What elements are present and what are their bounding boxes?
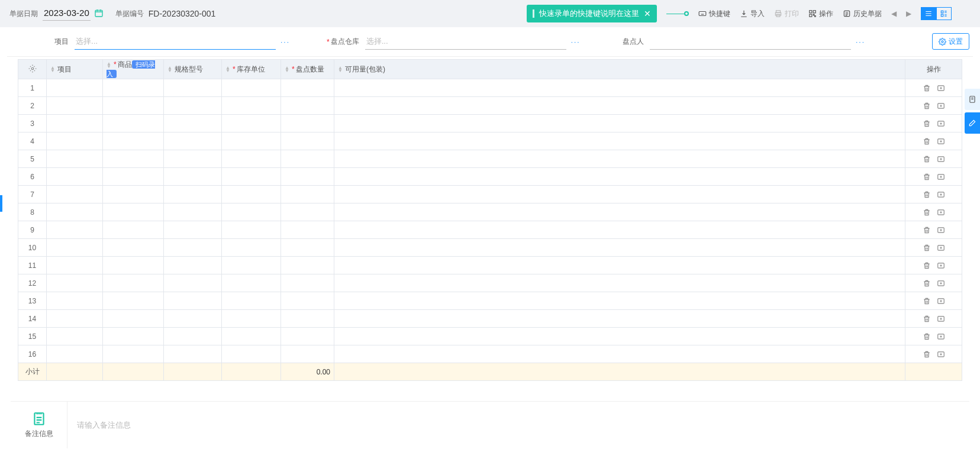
cell-unit[interactable]	[222, 97, 281, 115]
cell-avail[interactable]	[334, 221, 905, 239]
prev-icon[interactable]: ◀	[891, 9, 897, 18]
cell-spec[interactable]	[164, 274, 222, 292]
cell-qty[interactable]	[281, 328, 334, 345]
cell-unit[interactable]	[222, 257, 281, 274]
delete-icon[interactable]	[923, 279, 931, 287]
cell-product[interactable]	[103, 257, 164, 274]
cell-unit[interactable]	[222, 274, 281, 292]
import-button[interactable]: 导入	[740, 9, 765, 19]
cell-project[interactable]	[47, 292, 103, 310]
add-row-icon[interactable]	[937, 297, 945, 305]
cell-product[interactable]	[103, 186, 164, 203]
delete-icon[interactable]	[923, 350, 931, 358]
cell-product[interactable]	[103, 203, 164, 221]
cell-avail[interactable]	[334, 310, 905, 328]
right-tab-draft[interactable]	[965, 89, 980, 110]
cell-qty[interactable]	[281, 203, 334, 221]
add-row-icon[interactable]	[937, 173, 945, 181]
close-icon[interactable]: ✕	[644, 9, 651, 18]
cell-unit[interactable]	[222, 292, 281, 310]
cell-product[interactable]	[103, 310, 164, 328]
add-row-icon[interactable]	[937, 332, 945, 341]
cell-unit[interactable]	[222, 168, 281, 186]
cell-project[interactable]	[47, 239, 103, 257]
header-unit[interactable]: ▲▼*库存单位	[222, 60, 281, 79]
cell-qty[interactable]	[281, 97, 334, 115]
cell-product[interactable]	[103, 97, 164, 115]
cell-spec[interactable]	[164, 97, 222, 115]
cell-avail[interactable]	[334, 274, 905, 292]
cell-qty[interactable]	[281, 115, 334, 132]
cell-spec[interactable]	[164, 150, 222, 168]
table-row[interactable]: 6	[18, 168, 962, 186]
cell-unit[interactable]	[222, 239, 281, 257]
delete-icon[interactable]	[923, 190, 931, 199]
cell-qty[interactable]	[281, 186, 334, 203]
cell-avail[interactable]	[334, 292, 905, 310]
cell-project[interactable]	[47, 257, 103, 274]
cell-product[interactable]	[103, 274, 164, 292]
cell-spec[interactable]	[164, 79, 222, 97]
header-project[interactable]: ▲▼项目	[47, 60, 103, 79]
cell-qty[interactable]	[281, 345, 334, 363]
table-row[interactable]: 9	[18, 221, 962, 239]
cell-qty[interactable]	[281, 150, 334, 168]
cell-avail[interactable]	[334, 115, 905, 132]
more-icon[interactable]: ···	[571, 38, 581, 46]
table-row[interactable]: 15	[18, 328, 962, 345]
cell-product[interactable]	[103, 292, 164, 310]
cell-project[interactable]	[47, 79, 103, 97]
cell-project[interactable]	[47, 132, 103, 150]
add-row-icon[interactable]	[937, 208, 945, 216]
shortcut-button[interactable]: 快捷键	[698, 9, 730, 19]
delete-icon[interactable]	[923, 84, 931, 92]
cell-qty[interactable]	[281, 274, 334, 292]
delete-icon[interactable]	[923, 332, 931, 341]
cell-spec[interactable]	[164, 239, 222, 257]
table-row[interactable]: 12	[18, 274, 962, 292]
header-spec[interactable]: ▲▼规格型号	[164, 60, 222, 79]
cell-product[interactable]	[103, 79, 164, 97]
cell-product[interactable]	[103, 150, 164, 168]
cell-spec[interactable]	[164, 257, 222, 274]
view-grid-button[interactable]	[936, 7, 952, 20]
cell-avail[interactable]	[334, 328, 905, 345]
table-row[interactable]: 4	[18, 132, 962, 150]
cell-spec[interactable]	[164, 203, 222, 221]
header-product[interactable]: ▲▼*商品扫码录入	[103, 60, 164, 79]
date-value[interactable]: 2023-03-20	[43, 7, 91, 21]
cell-unit[interactable]	[222, 310, 281, 328]
cell-avail[interactable]	[334, 132, 905, 150]
cell-unit[interactable]	[222, 79, 281, 97]
more-icon[interactable]: ···	[856, 38, 865, 46]
cell-product[interactable]	[103, 132, 164, 150]
cell-unit[interactable]	[222, 203, 281, 221]
cell-qty[interactable]	[281, 168, 334, 186]
table-row[interactable]: 16	[18, 345, 962, 363]
cell-product[interactable]	[103, 239, 164, 257]
add-row-icon[interactable]	[937, 119, 945, 128]
cell-unit[interactable]	[222, 186, 281, 203]
header-qty[interactable]: ▲▼*盘点数量	[281, 60, 334, 79]
cell-spec[interactable]	[164, 168, 222, 186]
delete-icon[interactable]	[923, 226, 931, 234]
cell-project[interactable]	[47, 97, 103, 115]
delete-icon[interactable]	[923, 155, 931, 163]
cell-avail[interactable]	[334, 97, 905, 115]
cell-project[interactable]	[47, 328, 103, 345]
cell-project[interactable]	[47, 168, 103, 186]
cell-project[interactable]	[47, 115, 103, 132]
more-icon[interactable]: ···	[281, 38, 290, 46]
cell-project[interactable]	[47, 186, 103, 203]
delete-icon[interactable]	[923, 173, 931, 181]
filter-project-input[interactable]	[75, 34, 276, 50]
delete-icon[interactable]	[923, 244, 931, 252]
cell-unit[interactable]	[222, 221, 281, 239]
header-gear[interactable]	[18, 60, 47, 79]
cell-unit[interactable]	[222, 115, 281, 132]
delete-icon[interactable]	[923, 102, 931, 110]
cell-project[interactable]	[47, 150, 103, 168]
add-row-icon[interactable]	[937, 155, 945, 163]
view-list-button[interactable]	[921, 7, 936, 20]
cell-qty[interactable]	[281, 221, 334, 239]
